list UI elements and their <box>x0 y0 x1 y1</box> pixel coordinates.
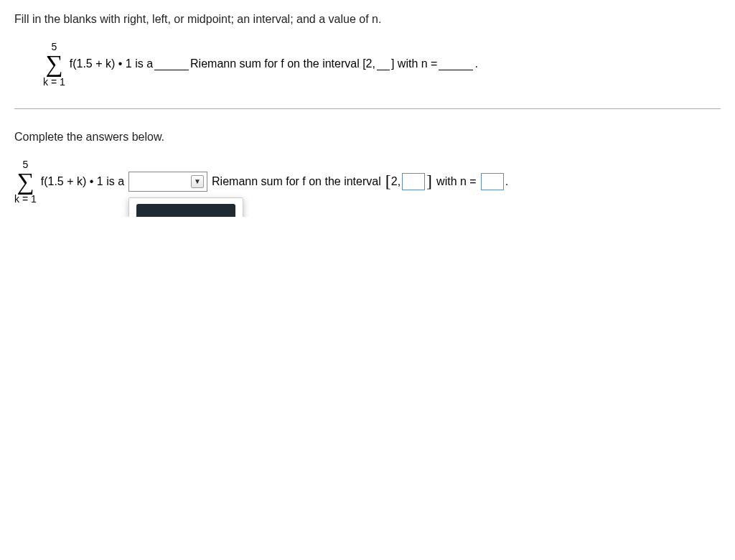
expr-part-1: f(1.5 + k) • 1 is a <box>70 57 153 70</box>
answer-expr-2: Riemann sum for f on the interval <box>212 175 381 188</box>
blank-interval-end <box>377 58 390 71</box>
expr-part-3: ] with n = <box>391 57 437 70</box>
sigma-notation-answer: 5 ∑ k = 1 <box>14 159 37 205</box>
chevron-down-icon: ▼ <box>191 175 204 188</box>
expr-part-2: Riemann sum for f on the interval [2, <box>190 57 375 70</box>
sigma-symbol: ∑ <box>45 53 62 75</box>
sigma-notation: 5 ∑ k = 1 <box>43 42 65 87</box>
sigma-symbol-answer: ∑ <box>17 171 34 193</box>
sigma-lower: k = 1 <box>43 77 65 87</box>
n-value-input[interactable] <box>481 173 504 190</box>
expr-period: . <box>474 57 477 70</box>
divider <box>14 108 721 109</box>
answer-period: . <box>505 175 508 188</box>
answer-expression: 5 ∑ k = 1 f(1.5 + k) • 1 is a ▼ midpoint… <box>14 159 721 205</box>
blank-n <box>439 58 473 71</box>
blank-type <box>154 58 189 71</box>
dropdown-menu: midpoint right left <box>128 197 243 217</box>
answer-instruction: Complete the answers below. <box>14 131 721 144</box>
sigma-lower-answer: k = 1 <box>14 194 37 204</box>
riemann-type-dropdown[interactable]: ▼ <box>128 172 207 192</box>
question-prompt: Fill in the blanks with right, left, or … <box>14 13 721 26</box>
bracket-close: ] <box>426 172 432 191</box>
bracket-open: [ <box>385 172 391 191</box>
interval-start: 2, <box>391 175 401 188</box>
interval-end-input[interactable] <box>402 173 425 190</box>
with-n-text: with n = <box>436 175 477 188</box>
answer-expr-1: f(1.5 + k) • 1 is a <box>41 175 124 188</box>
question-expression: 5 ∑ k = 1 f(1.5 + k) • 1 is a Riemann su… <box>43 42 721 87</box>
dropdown-option-blank[interactable] <box>136 204 235 217</box>
